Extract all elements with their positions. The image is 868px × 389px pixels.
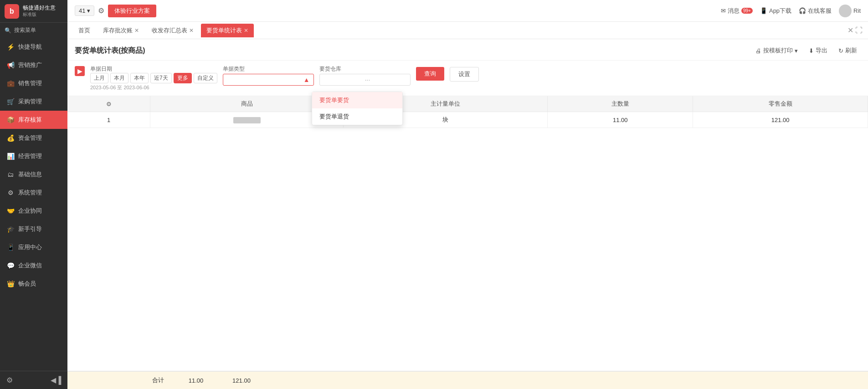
date-7days-btn[interactable]: 近7天 — [150, 73, 172, 83]
tab-inventory[interactable]: 库存批次账 ✕ — [98, 24, 144, 37]
sidebar-item-shortcut[interactable]: ⚡ 快捷导航 — [0, 38, 67, 56]
type-filter-select[interactable]: ▲ — [223, 74, 314, 86]
header: 41 ▾ ⚙ 体验行业方案 ✉ 消息 99+ 📱 App下载 🎧 在线客服 R — [67, 0, 868, 22]
dropdown-item-order-return[interactable]: 要货单退货 — [312, 108, 402, 125]
data-table: ⚙ 商品 主计量单位 主数量 零售金额 1 块 11.00 — [67, 96, 868, 128]
warehouse-more-icon[interactable]: ··· — [365, 76, 406, 83]
sidebar-item-members[interactable]: 👑 畅会员 — [0, 275, 67, 293]
footer-amount: 121.00 — [219, 377, 264, 384]
print-chevron-icon: ▾ — [795, 47, 798, 54]
print-btn[interactable]: 🖨 按模板打印 ▾ — [752, 45, 801, 56]
export-btn[interactable]: ⬇ 导出 — [805, 45, 831, 56]
tab-receipts[interactable]: 收发存汇总表 ✕ — [146, 24, 199, 37]
type-filter-label: 单据类型 — [223, 65, 314, 73]
date-custom-btn[interactable]: 自定义 — [194, 73, 217, 83]
refresh-icon: ↻ — [838, 47, 843, 54]
tab-receipts-close[interactable]: ✕ — [189, 27, 194, 34]
online-service-btn[interactable]: 🎧 在线客服 — [799, 7, 832, 15]
sidebar-item-wechat[interactable]: 💬 企业微信 — [0, 256, 67, 275]
type-filter-input[interactable] — [227, 77, 303, 83]
date-range-display: 2023-05-06 至 2023-06-06 — [90, 84, 217, 91]
dropdown-item-order-goods[interactable]: 要货单要货 — [312, 92, 402, 108]
date-this-month-btn[interactable]: 本月 — [110, 73, 128, 83]
avatar — [839, 5, 852, 17]
sidebar-item-inventory[interactable]: 📦 库存核算 — [0, 111, 67, 129]
purchase-icon: 🛒 — [6, 98, 15, 105]
messages-btn[interactable]: ✉ 消息 99+ — [721, 7, 753, 15]
finance-icon: 💰 — [6, 134, 15, 142]
shortcut-icon: ⚡ — [6, 43, 15, 51]
sidebar-item-basic[interactable]: 🗂 基础信息 — [0, 165, 67, 184]
col-settings[interactable]: ⚙ — [67, 96, 150, 112]
type-dropdown: 要货单要货 要货单退货 — [312, 92, 403, 125]
service-icon: 🎧 — [799, 7, 806, 14]
date-filter-group: 单据日期 上月 本月 本年 近7天 更多 自定义 2023-05-06 至 20… — [90, 65, 217, 91]
search-icon: 🔍 — [5, 27, 11, 34]
header-right: ✉ 消息 99+ 📱 App下载 🎧 在线客服 Rit — [721, 5, 861, 17]
breadcrumb-select[interactable]: 41 ▾ — [75, 5, 94, 16]
footer-qty: 11.00 — [173, 377, 219, 384]
sidebar: b 畅捷通好生意 标准版 🔍 搜索菜单 ⚡ 快捷导航 📢 营销推广 💼 销售管理… — [0, 0, 67, 389]
refresh-btn[interactable]: ↻ 刷新 — [835, 45, 861, 56]
message-badge: 99+ — [741, 8, 753, 14]
sidebar-item-enterprise[interactable]: 🤝 企业协同 — [0, 202, 67, 220]
main: 41 ▾ ⚙ 体验行业方案 ✉ 消息 99+ 📱 App下载 🎧 在线客服 R — [67, 0, 868, 389]
sidebar-item-purchase[interactable]: 🛒 采购管理 — [0, 92, 67, 111]
enterprise-icon: 🤝 — [6, 207, 15, 215]
date-last-month-btn[interactable]: 上月 — [90, 73, 108, 83]
query-button[interactable]: 查询 — [416, 67, 444, 81]
sales-icon: 💼 — [6, 80, 15, 87]
type-filter-group: 单据类型 ▲ — [223, 65, 314, 86]
breadcrumb-chevron-icon: ▾ — [87, 7, 90, 14]
message-icon: ✉ — [721, 7, 726, 14]
sidebar-footer: ⚙ ◀▐ — [0, 371, 67, 389]
tab-close-all-btn[interactable]: ✕ — [847, 26, 853, 35]
col-amount: 零售金额 — [693, 96, 868, 112]
page-actions: 🖨 按模板打印 ▾ ⬇ 导出 ↻ 刷新 — [752, 45, 861, 56]
table-footer: 合计 11.00 121.00 — [67, 371, 868, 389]
basic-icon: 🗂 — [6, 171, 15, 178]
sidebar-search[interactable]: 🔍 搜索菜单 — [0, 23, 67, 38]
warehouse-filter-label: 要货仓库 — [319, 65, 411, 73]
header-settings-icon[interactable]: ⚙ — [98, 6, 104, 15]
marketing-icon: 📢 — [6, 61, 15, 69]
app-name: 畅捷通好生意 — [23, 5, 56, 12]
collapse-btn[interactable]: ◀▐ — [51, 376, 61, 384]
sidebar-item-appstore[interactable]: 📱 应用中心 — [0, 238, 67, 256]
table-row: 1 块 11.00 121.00 — [67, 112, 868, 128]
col-qty: 主数量 — [548, 96, 693, 112]
warehouse-filter-select[interactable]: ··· — [319, 74, 411, 86]
settings-footer-btn[interactable]: ⚙ — [6, 376, 13, 384]
user-avatar-btn[interactable]: Rit — [839, 5, 861, 17]
filter-expand-btn[interactable]: ▶ — [75, 66, 85, 76]
set-button[interactable]: 设置 — [450, 67, 479, 82]
guide-icon: 🎓 — [6, 225, 15, 233]
app-icon: 📱 — [760, 7, 767, 14]
appstore-icon: 📱 — [6, 244, 15, 251]
user-label: Rit — [853, 7, 861, 14]
message-label: 消息 — [728, 7, 740, 15]
sidebar-item-operations[interactable]: 📊 经营管理 — [0, 147, 67, 165]
tab-inventory-close[interactable]: ✕ — [134, 27, 139, 34]
sidebar-item-guide[interactable]: 🎓 新手引导 — [0, 220, 67, 238]
export-icon: ⬇ — [809, 47, 814, 54]
app-download-btn[interactable]: 📱 App下载 — [760, 7, 791, 15]
date-this-year-btn[interactable]: 本年 — [130, 73, 149, 83]
logo-icon: b — [5, 4, 19, 19]
page-header: 要货单统计表(按商品) 🖨 按模板打印 ▾ ⬇ 导出 ↻ 刷新 — [67, 39, 868, 61]
members-icon: 👑 — [6, 280, 15, 287]
wechat-icon: 💬 — [6, 262, 15, 269]
sidebar-item-marketing[interactable]: 📢 营销推广 — [0, 56, 67, 74]
type-filter-chevron-icon[interactable]: ▲ — [303, 76, 310, 83]
tab-order-stats-close[interactable]: ✕ — [244, 27, 248, 34]
tab-expand-btn[interactable]: ⛶ — [855, 26, 863, 35]
sidebar-item-finance[interactable]: 💰 资金管理 — [0, 129, 67, 147]
sidebar-item-sales[interactable]: 💼 销售管理 — [0, 74, 67, 92]
product-blurred — [233, 117, 261, 123]
trial-button[interactable]: 体验行业方案 — [108, 5, 156, 17]
tab-home[interactable]: 首页 — [73, 24, 96, 37]
cell-qty: 11.00 — [548, 112, 693, 128]
tab-order-stats[interactable]: 要货单统计表 ✕ — [201, 24, 254, 37]
date-more-btn[interactable]: 更多 — [174, 73, 192, 83]
sidebar-item-system[interactable]: ⚙ 系统管理 — [0, 184, 67, 202]
